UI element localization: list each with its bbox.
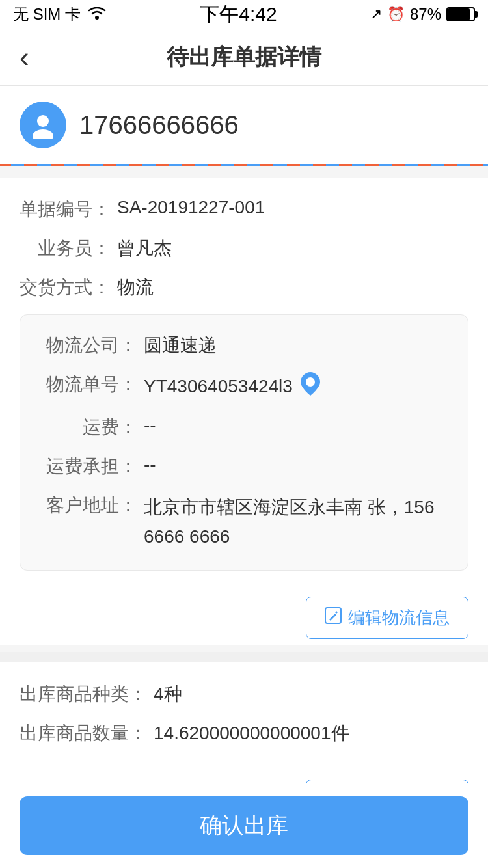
delivery-value: 物流 xyxy=(117,275,468,300)
map-pin-icon[interactable] xyxy=(301,372,320,401)
back-icon: ‹ xyxy=(20,41,29,74)
page-title: 待出库单据详情 xyxy=(167,42,321,72)
goods-quantity-label: 出库商品数量： xyxy=(20,721,147,746)
freight-value: -- xyxy=(144,415,448,436)
delivery-row: 交货方式： 物流 xyxy=(20,275,468,300)
battery-icon xyxy=(446,7,475,21)
goods-quantity-value: 14.620000000000001件 xyxy=(154,721,349,746)
confirm-outbound-button[interactable]: 确认出库 xyxy=(20,796,468,855)
customer-header: 17666666666 xyxy=(0,86,488,166)
goods-types-row: 出库商品种类： 4种 xyxy=(20,682,468,707)
back-button[interactable]: ‹ xyxy=(20,41,29,74)
svg-point-2 xyxy=(33,129,53,139)
edit-btn-container: 编辑物流信息 xyxy=(0,584,488,645)
freight-row: 运费： -- xyxy=(40,415,448,440)
address-row: 客户地址： 北京市市辖区海淀区永丰南 张，156 6666 6666 xyxy=(40,493,448,552)
goods-section: 出库商品种类： 4种 出库商品数量： 14.620000000000001件 xyxy=(0,662,488,773)
address-value: 北京市市辖区海淀区永丰南 张，156 6666 6666 xyxy=(144,493,448,552)
logistics-tracking-label: 物流单号： xyxy=(40,372,137,397)
nav-bar: ‹ 待出库单据详情 xyxy=(0,29,488,86)
doc-number-label: 单据编号： xyxy=(20,197,111,222)
doc-number-row: 单据编号： SA-20191227-001 xyxy=(20,197,468,222)
svg-point-1 xyxy=(37,115,49,127)
alarm-icon: ⏰ xyxy=(387,6,405,23)
svg-point-3 xyxy=(306,377,315,387)
salesperson-row: 业务员： 曾凡杰 xyxy=(20,236,468,261)
delivery-label: 交货方式： xyxy=(20,275,111,300)
status-left: 无 SIM 卡 xyxy=(13,4,107,25)
goods-types-label: 出库商品种类： xyxy=(20,682,147,707)
freight-label: 运费： xyxy=(40,415,137,440)
time-label: 下午4:42 xyxy=(200,1,277,28)
section-divider xyxy=(0,652,488,662)
logistics-tracking-value: YT43064053424l3 xyxy=(144,372,448,401)
edit-logistics-button[interactable]: 编辑物流信息 xyxy=(306,597,468,639)
logistics-company-row: 物流公司： 圆通速递 xyxy=(40,333,448,358)
logistics-tracking-row: 物流单号： YT43064053424l3 xyxy=(40,372,448,401)
salesperson-value: 曾凡杰 xyxy=(117,236,468,261)
freight-bearer-label: 运费承担： xyxy=(40,454,137,479)
carrier-label: 无 SIM 卡 xyxy=(13,4,81,25)
logistics-card: 物流公司： 圆通速递 物流单号： YT43064053424l3 运费： -- … xyxy=(20,314,468,571)
svg-point-0 xyxy=(95,16,99,20)
logistics-company-value: 圆通速递 xyxy=(144,333,448,358)
customer-phone: 17666666666 xyxy=(79,111,239,140)
confirm-btn-container: 确认出库 xyxy=(0,783,488,868)
freight-bearer-row: 运费承担： -- xyxy=(40,454,448,479)
edit-logistics-label: 编辑物流信息 xyxy=(348,606,450,629)
freight-bearer-value: -- xyxy=(144,454,448,475)
document-info-section: 单据编号： SA-20191227-001 业务员： 曾凡杰 交货方式： 物流 … xyxy=(0,178,488,584)
goods-types-value: 4种 xyxy=(154,682,182,707)
avatar xyxy=(20,102,66,148)
status-bar: 无 SIM 卡 下午4:42 ↗ ⏰ 87% xyxy=(0,0,488,29)
confirm-outbound-label: 确认出库 xyxy=(200,811,288,841)
address-label: 客户地址： xyxy=(40,493,137,518)
wifi-icon xyxy=(87,5,107,23)
edit-icon xyxy=(325,607,342,629)
person-icon xyxy=(29,111,57,139)
goods-quantity-row: 出库商品数量： 14.620000000000001件 xyxy=(20,721,468,746)
salesperson-label: 业务员： xyxy=(20,236,111,261)
logistics-company-label: 物流公司： xyxy=(40,333,137,358)
status-right: ↗ ⏰ 87% xyxy=(370,5,475,23)
doc-number-value: SA-20191227-001 xyxy=(117,197,468,218)
location-status-icon: ↗ xyxy=(370,6,382,23)
battery-percent: 87% xyxy=(410,5,441,23)
